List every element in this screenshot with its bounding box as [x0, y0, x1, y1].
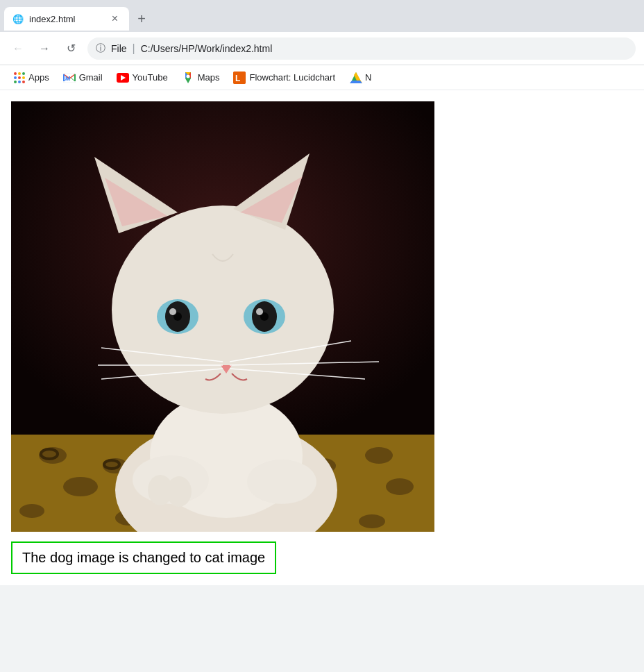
drive-label: N [365, 72, 371, 83]
svg-point-56 [247, 460, 316, 504]
bookmarks-bar: Apps M Gmail YouTube [0, 65, 644, 90]
svg-point-21 [63, 477, 98, 496]
svg-point-55 [167, 476, 192, 507]
new-tab-button[interactable]: + [132, 9, 151, 28]
svg-text:L: L [235, 74, 240, 83]
bookmark-apps[interactable]: Apps [8, 69, 55, 86]
gmail-icon: M [63, 73, 76, 83]
address-bar: ← → ↺ ⓘ File | C:/Users/HP/Work/index2.h… [0, 32, 644, 65]
svg-point-41 [169, 308, 176, 315]
maps-icon [182, 72, 194, 84]
svg-point-33 [112, 205, 334, 414]
forward-button[interactable]: → [35, 39, 54, 58]
youtube-icon [117, 73, 129, 83]
lucid-icon: L [233, 72, 246, 84]
svg-point-45 [256, 308, 263, 315]
tab-close-button[interactable]: × [109, 12, 121, 26]
apps-icon [14, 72, 25, 83]
tab-title: index2.html [29, 14, 103, 24]
page-content: The dog image is changed to cat image [0, 90, 644, 585]
drive-icon [349, 72, 362, 84]
cat-image-container [11, 101, 434, 532]
svg-point-25 [386, 478, 414, 495]
svg-point-26 [19, 504, 44, 518]
svg-point-13 [41, 449, 58, 459]
url-bar[interactable]: ⓘ File | C:/Users/HP/Work/index2.html [87, 37, 636, 60]
bookmark-maps[interactable]: Maps [176, 69, 226, 87]
svg-point-30 [359, 514, 385, 528]
tab-favicon: 🌐 [12, 13, 24, 24]
apps-label: Apps [28, 72, 49, 83]
gmail-label: Gmail [79, 72, 103, 83]
url-path: C:/Users/HP/Work/index2.html [141, 43, 273, 54]
svg-marker-8 [350, 81, 362, 83]
status-text-box: The dog image is changed to cat image [11, 541, 276, 574]
active-tab[interactable]: 🌐 index2.html × [4, 7, 129, 31]
maps-label: Maps [198, 72, 220, 83]
back-button[interactable]: ← [8, 39, 28, 58]
bookmark-youtube[interactable]: YouTube [111, 69, 173, 85]
svg-point-2 [186, 74, 189, 78]
reload-button[interactable]: ↺ [61, 39, 80, 58]
lucidchart-label: Flowchart: Lucidchart [249, 72, 335, 83]
svg-text:M: M [65, 75, 71, 82]
security-icon: ⓘ [96, 42, 105, 55]
browser-chrome: 🌐 index2.html × + ← → ↺ ⓘ File | C:/User… [0, 0, 644, 90]
svg-point-20 [365, 447, 393, 464]
status-text: The dog image is changed to cat image [22, 550, 265, 565]
svg-point-15 [104, 460, 119, 469]
cat-image [11, 101, 434, 532]
youtube-label: YouTube [133, 72, 168, 83]
protocol-label: File [111, 43, 127, 54]
tab-bar: 🌐 index2.html × + [0, 0, 644, 32]
bookmark-drive[interactable]: N [344, 69, 377, 87]
url-separator: | [133, 42, 135, 55]
bookmark-gmail[interactable]: M Gmail [58, 69, 108, 85]
bookmark-lucidchart[interactable]: L Flowchart: Lucidchart [228, 69, 341, 87]
